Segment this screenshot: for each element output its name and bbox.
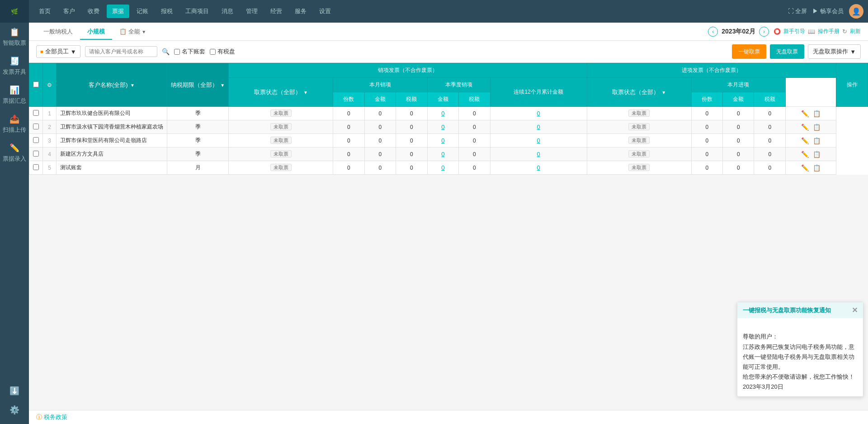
fullscreen-btn[interactable]: ⛶ 全屏 [788, 7, 807, 15]
tab-general-taxpayer[interactable]: 一般纳税人 [36, 24, 80, 39]
period-next-btn[interactable]: › [759, 27, 769, 37]
manual-link[interactable]: 操作手册 [818, 28, 840, 35]
search-button[interactable]: 🔍 [162, 48, 170, 55]
row-purchase-m-tax-4: 0 [754, 161, 785, 175]
sidebar-item-scan[interactable]: 📤 扫描上传 [0, 110, 29, 138]
edit-icon-4[interactable]: ✏️ [801, 164, 809, 172]
row-select-4[interactable] [29, 161, 43, 175]
row-sales-q-tax-1: 0 [459, 120, 490, 134]
row-sales-m-amount-4: 0 [364, 161, 396, 175]
th-sales-section: 销项发票（不合作废票） [229, 63, 587, 78]
row-purchase-m-tax-1: 0 [754, 120, 785, 134]
view-icon-1[interactable]: 📋 [813, 124, 821, 131]
has-disk-checkbox[interactable] [210, 49, 216, 55]
view-icon-0[interactable]: 📋 [813, 110, 821, 117]
row-sales-m-count-0: 0 [333, 107, 364, 120]
tab-small-scale[interactable]: 小规模 [80, 24, 112, 39]
edit-icon-3[interactable]: ✏️ [801, 151, 809, 158]
th-monthly-purchase: 本月进项 [691, 78, 785, 92]
checkbox-my-accounts[interactable]: 名下账套 [174, 48, 205, 56]
view-icon-3[interactable]: 📋 [813, 151, 821, 158]
purchase-cancel-filter-icon[interactable]: ▼ [661, 90, 666, 95]
new-guide-link[interactable]: 新手引导 [783, 28, 805, 35]
row-purchase-m-count-1: 0 [691, 120, 722, 134]
row-sales-q-amount-3: 0 [427, 148, 458, 161]
nav-home[interactable]: 首页 [33, 5, 56, 18]
row-checkbox-0[interactable] [33, 110, 39, 116]
nav-tax[interactable]: 报税 [156, 5, 178, 18]
sidebar-item-download[interactable]: ⬇️ [0, 381, 29, 400]
checkbox-has-disk[interactable]: 有税盘 [210, 48, 235, 56]
row-name-3: 新建区方方文具店 [57, 148, 167, 161]
row-select-0[interactable] [29, 107, 43, 120]
row-checkbox-1[interactable] [33, 124, 39, 129]
smart-ticket-icon: 📋 [9, 27, 19, 37]
nav-ticket[interactable]: 票据 [107, 5, 129, 18]
notification-body: 尊敬的用户： 江苏政务网已恢复访问电子税务局功能，意代账一键登陆电子税务局与无盘… [737, 318, 863, 396]
tax-period-filter-icon[interactable]: ▼ [220, 83, 225, 88]
tax-policy-link[interactable]: 税务政策 [44, 413, 67, 421]
tab-all[interactable]: 📋 全能 ▼ [112, 24, 153, 39]
th-sales-m-count: 份数 [333, 92, 364, 107]
notification-close-button[interactable]: ✕ [852, 306, 858, 314]
row-select-2[interactable] [29, 134, 43, 148]
edit-icon-2[interactable]: ✏️ [801, 137, 809, 144]
sidebar-item-invoice[interactable]: 🧾 发票开具 [0, 52, 29, 81]
sidebar-item-summary[interactable]: 📊 票据汇总 [0, 81, 29, 110]
chevron-down-icon: ▼ [71, 48, 76, 55]
row-checkbox-3[interactable] [33, 151, 39, 157]
th-purchase-m-amount: 金额 [723, 92, 754, 107]
row-sales-q-tax-0: 0 [459, 107, 490, 120]
nav-settings[interactable]: 设置 [314, 5, 336, 18]
row-select-1[interactable] [29, 120, 43, 134]
sidebar-item-settings[interactable]: ⚙️ [0, 400, 29, 419]
edit-icon-1[interactable]: ✏️ [801, 124, 809, 131]
row-sales-q-tax-2: 0 [459, 134, 490, 148]
row-sales-q-amount-1: 0 [427, 120, 458, 134]
row-num-3: 4 [43, 148, 57, 161]
no-disk-ticket-button[interactable]: 无盘取票 [770, 44, 804, 59]
nav-management[interactable]: 管理 [241, 5, 263, 18]
search-input[interactable] [85, 46, 157, 57]
row-select-3[interactable] [29, 148, 43, 161]
sidebar-item-label: 票据录入 [3, 155, 26, 163]
nav-business[interactable]: 工商项目 [180, 5, 214, 18]
sidebar-item-entry[interactable]: ✏️ 票据录入 [0, 138, 29, 167]
row-checkbox-2[interactable] [33, 137, 39, 143]
topnav-right: ⛶ 全屏 ▶ 畅享会员 👤 [788, 4, 863, 19]
nav-service[interactable]: 服务 [289, 5, 312, 18]
row-name-1: 卫辉市汲水镇下园湾香烟营木种植家庭农场 [57, 120, 167, 134]
nav-message[interactable]: 消息 [216, 5, 239, 18]
table-body: 1 卫辉市玖玖健合医药有限公司 季 未取票 0 0 0 0 0 0 未取票 0 … [29, 107, 868, 175]
select-all-checkbox[interactable] [33, 81, 39, 87]
no-disk-ops-button[interactable]: 无盘取票操作 ▼ [808, 44, 861, 59]
th-purchase-m-count: 份数 [691, 92, 722, 107]
invoice-icon: 🧾 [9, 56, 19, 66]
th-tax-period: 纳税期限（全部） ▼ [167, 63, 229, 107]
period-prev-btn[interactable]: ‹ [708, 27, 718, 37]
notification-title: 一键报税与无盘取票功能恢复通知 [743, 306, 831, 314]
edit-icon-0[interactable]: ✏️ [801, 110, 809, 117]
refresh-link[interactable]: 刷新 [850, 28, 861, 35]
user-avatar[interactable]: 👤 [849, 4, 863, 19]
nav-accounting[interactable]: 记账 [131, 5, 154, 18]
chevron-down-icon: ▼ [850, 48, 856, 55]
row-checkbox-4[interactable] [33, 164, 39, 170]
row-sales-m-tax-2: 0 [396, 134, 427, 148]
one-click-ticket-button[interactable]: 一键取票 [732, 44, 766, 59]
row-purchase-m-count-0: 0 [691, 107, 722, 120]
nav-billing[interactable]: 收费 [82, 5, 105, 18]
row-purchase-m-tax-2: 0 [754, 134, 785, 148]
member-btn[interactable]: ▶ 畅享会员 [812, 7, 844, 15]
view-icon-4[interactable]: 📋 [813, 164, 821, 172]
chevron-down-icon: ▼ [142, 29, 146, 34]
employee-select[interactable]: ■ 全部员工 ▼ [36, 45, 80, 58]
sidebar-item-smart-ticket[interactable]: 📋 智能取票 [0, 23, 29, 52]
view-icon-2[interactable]: 📋 [813, 137, 821, 144]
nav-operation[interactable]: 经营 [265, 5, 288, 18]
th-sales-cancel-status: 取票状态（全部） ▼ [229, 78, 333, 107]
nav-customer[interactable]: 客户 [58, 5, 80, 18]
sales-cancel-filter-icon[interactable]: ▼ [303, 90, 308, 95]
my-accounts-checkbox[interactable] [174, 49, 180, 55]
customer-filter-icon[interactable]: ▼ [130, 83, 135, 88]
